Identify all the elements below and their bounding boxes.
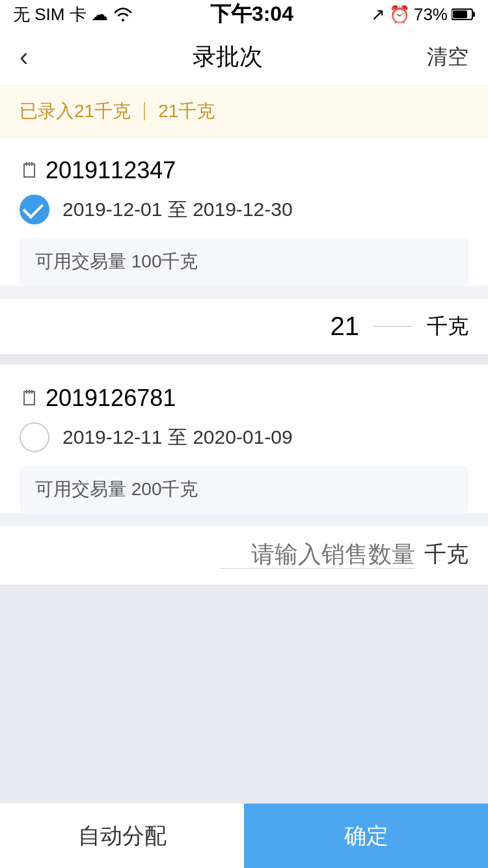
section-divider: [0, 355, 488, 365]
batch2-availability: 可用交易量 200千克: [20, 465, 468, 513]
page-title: 录批次: [193, 41, 263, 73]
clear-button[interactable]: 清空: [427, 43, 468, 72]
batch2-radio[interactable]: [20, 422, 49, 452]
batch1-number: 2019112347: [46, 157, 176, 184]
recorded-label: 已录入21千克: [20, 99, 131, 124]
batch2-qty-input[interactable]: [220, 541, 415, 569]
batch1-qty-row: 21 千克: [0, 299, 488, 355]
battery-text: 73%: [414, 5, 448, 25]
batch1-date-row[interactable]: 2019-12-01 至 2019-12-30: [20, 195, 468, 224]
status-bar: 无 SIM 卡 ☁ 下午3:04 ↗ ⏰ 73%: [0, 0, 488, 29]
batch1-radio[interactable]: [20, 195, 49, 224]
batch1-card: 🗒 2019112347 2019-12-01 至 2019-12-30 可用交…: [0, 137, 488, 286]
wifi-icon: [113, 7, 133, 21]
confirm-button[interactable]: 确定: [244, 804, 488, 868]
batch1-qty-value: 21: [331, 312, 360, 341]
batch2-icon: 🗒: [20, 387, 40, 411]
batch2-date-row[interactable]: 2019-12-11 至 2020-01-09: [20, 422, 468, 452]
battery-icon: [452, 8, 475, 21]
status-left: 无 SIM 卡 ☁: [13, 3, 133, 26]
batch1-date: 2019-12-01 至 2019-12-30: [62, 197, 293, 223]
batch2-card: 🗒 2019126781 2019-12-11 至 2020-01-09 可用交…: [0, 365, 488, 513]
back-button[interactable]: ‹: [20, 42, 28, 72]
alarm-icon: ⏰: [389, 5, 410, 25]
auto-distribute-button[interactable]: 自动分配: [0, 804, 244, 868]
svg-rect-2: [453, 10, 467, 18]
batch2-header: 🗒 2019126781: [20, 385, 468, 412]
recorded-value: 21千克: [158, 99, 215, 124]
batch1-header: 🗒 2019112347: [20, 157, 468, 184]
status-right: ↗ ⏰ 73%: [371, 5, 475, 25]
status-time: 下午3:04: [210, 0, 293, 29]
svg-rect-1: [472, 12, 475, 17]
batch2-date: 2019-12-11 至 2020-01-09: [62, 424, 293, 451]
batch1-icon: 🗒: [20, 159, 40, 183]
info-bar: 已录入21千克 21千克: [0, 86, 488, 137]
nav-bar: ‹ 录批次 清空: [0, 29, 488, 86]
location-icon: ↗: [371, 5, 385, 25]
batch1-availability: 可用交易量 100千克: [20, 237, 468, 286]
bottom-bar: 自动分配 确定: [0, 803, 488, 868]
batch1-underline: [373, 326, 413, 327]
no-sim-text: 无 SIM 卡 ☁: [13, 3, 108, 26]
batch2-qty-input-row[interactable]: 千克: [0, 526, 488, 586]
info-divider: [144, 102, 145, 120]
batch2-unit: 千克: [424, 539, 468, 569]
batch2-number: 2019126781: [46, 385, 176, 412]
batch1-unit: 千克: [427, 312, 468, 341]
